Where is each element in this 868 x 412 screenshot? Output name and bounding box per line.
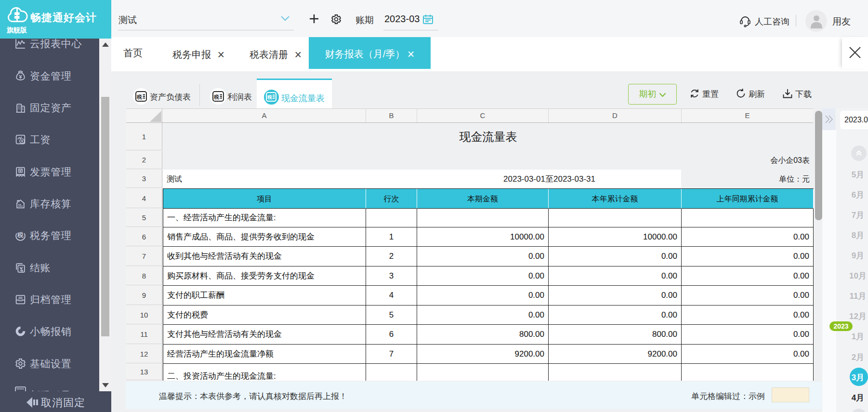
svg-text:税: 税 xyxy=(213,94,219,100)
svg-text:税: 税 xyxy=(267,94,273,100)
svg-text:税: 税 xyxy=(136,94,142,100)
svg-text:税: 税 xyxy=(17,232,24,239)
